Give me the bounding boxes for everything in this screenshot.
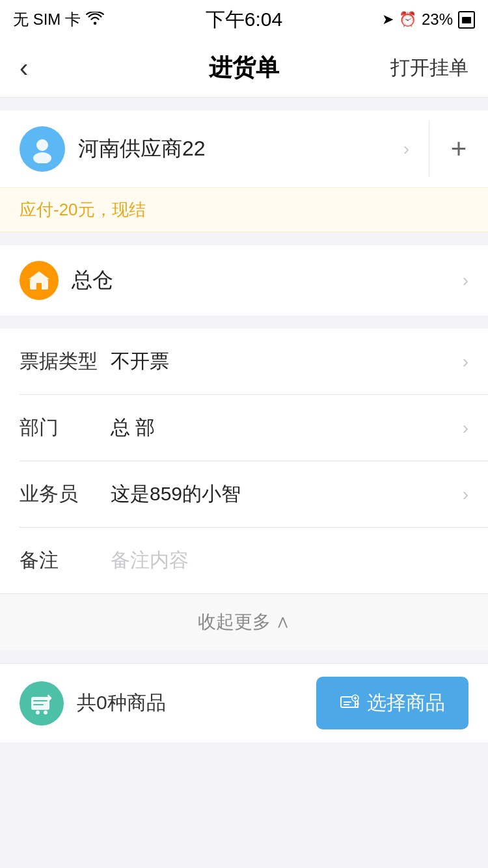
remark-row[interactable]: 备注 备注内容 [0,528,488,593]
location-icon: ➤ [382,11,394,28]
supplier-row[interactable]: 河南供应商22 › [0,111,429,187]
back-button[interactable]: ‹ [20,53,28,83]
open-pending-button[interactable]: 打开挂单 [390,55,468,81]
warehouse-name: 总仓 [72,266,450,295]
warehouse-chevron-icon: › [463,270,468,291]
salesperson-row[interactable]: 业务员 这是859的小智 › [0,461,488,527]
warehouse-icon [20,261,59,300]
status-time: 下午6:04 [206,7,282,33]
remark-label: 备注 [20,547,111,574]
notice-banner: 应付-20元，现结 [0,187,488,232]
battery-icon [458,11,475,29]
select-product-icon [340,694,360,712]
clock-icon: ⏰ [399,11,416,28]
remark-input[interactable]: 备注内容 [111,547,468,574]
form-section: 票据类型 不开票 › 部门 总 部 › 业务员 这是859的小智 › 备注 备注… [0,329,488,593]
invoice-type-row[interactable]: 票据类型 不开票 › [0,329,488,394]
department-chevron-icon: › [463,418,468,439]
status-right: ➤ ⏰ 23% [382,10,475,29]
warehouse-row[interactable]: 总仓 › [0,245,488,316]
svg-rect-4 [36,283,42,290]
svg-marker-3 [29,271,49,279]
collapse-row[interactable]: 收起更多 ∧ [0,593,488,650]
nav-bar: ‹ 进货单 打开挂单 [0,39,488,98]
select-product-button[interactable]: 选择商品 [316,677,468,729]
select-product-label: 选择商品 [367,690,445,716]
supplier-name: 河南供应商22 [78,135,390,163]
section-gap-1 [0,98,488,111]
invoice-type-label: 票据类型 [20,348,111,375]
supplier-avatar [20,126,65,172]
svg-point-7 [44,711,47,714]
collapse-label: 收起更多 ∧ [198,610,291,634]
status-left: 无 SIM 卡 [13,9,104,30]
add-supplier-button[interactable]: + [429,111,488,187]
status-bar: 无 SIM 卡 下午6:04 ➤ ⏰ 23% [0,0,488,39]
svg-point-0 [36,139,48,151]
salesperson-label: 业务员 [20,481,111,508]
svg-point-1 [33,152,51,163]
salesperson-chevron-icon: › [463,484,468,505]
svg-point-6 [36,711,40,714]
notice-text: 应付-20元，现结 [20,200,146,219]
supplier-section: 河南供应商22 › + [0,111,488,187]
page-background [0,742,488,868]
carrier-text: 无 SIM 卡 [13,9,81,30]
salesperson-value: 这是859的小智 [111,481,463,508]
supplier-chevron-icon: › [403,139,409,159]
department-value: 总 部 [111,414,463,441]
nav-title: 进货单 [209,52,279,84]
department-label: 部门 [20,414,111,441]
battery-text: 23% [422,10,453,29]
product-count-label: 共0种商品 [77,690,303,716]
invoice-type-value: 不开票 [111,348,463,375]
bottom-bar: 共0种商品 选择商品 [0,663,488,742]
wifi-icon [86,10,104,29]
invoice-type-chevron-icon: › [463,351,468,372]
department-row[interactable]: 部门 总 部 › [0,395,488,461]
cart-icon [20,681,64,726]
